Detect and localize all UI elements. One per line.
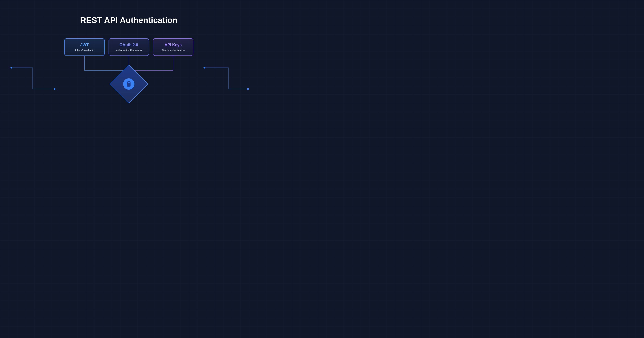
card-oauth-subtitle: Authorization Framework [116,49,142,52]
svg-point-4 [247,88,249,90]
center-diamond [110,64,148,104]
auth-cards-row: JWT Token-Based Auth OAuth 2.0 Authoriza… [0,38,258,56]
card-apikey-subtitle: Simple Authentication [162,49,185,52]
card-jwt-title: JWT [80,42,89,47]
decoration-left [10,67,57,91]
lock-icon [123,78,134,90]
decoration-right [198,67,249,91]
card-apikey: API Keys Simple Authentication [153,38,193,56]
svg-point-2 [54,88,56,90]
card-apikey-title: API Keys [164,42,182,47]
svg-rect-0 [127,84,130,86]
svg-point-1 [10,67,12,68]
card-jwt-subtitle: Token-Based Auth [75,49,94,52]
card-jwt: JWT Token-Based Auth [64,38,105,56]
card-oauth: OAuth 2.0 Authorization Framework [108,38,149,56]
diagram-title: REST API Authentication [0,0,258,25]
card-oauth-title: OAuth 2.0 [120,42,138,47]
svg-point-3 [204,67,205,68]
